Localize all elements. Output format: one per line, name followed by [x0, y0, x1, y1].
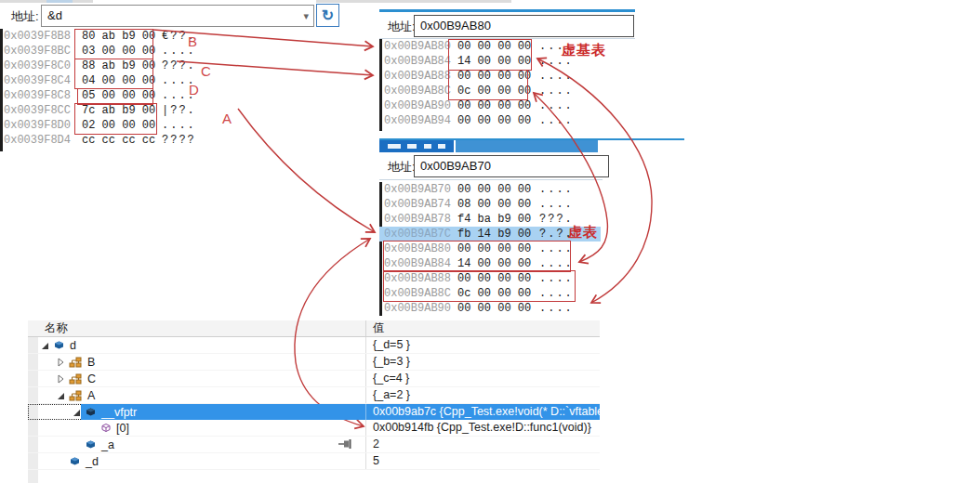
address-input[interactable]: 0x00B9AB70 — [414, 155, 609, 177]
memory-row[interactable]: 0x00B9AB7000 00 00 00.... — [379, 182, 601, 197]
watch-row[interactable]: d{_d=5 } — [28, 337, 600, 354]
watch-value: 2 — [365, 437, 600, 452]
memory-bytes: 14 00 00 00 — [457, 256, 531, 271]
memory-ascii: .... — [162, 88, 196, 103]
column-header-name: 名称 — [45, 320, 68, 336]
memory-row[interactable]: 0x0039F8C805 00 00 00.... — [0, 88, 346, 103]
watch-row[interactable]: A{_a=2 } — [28, 387, 600, 404]
memory-row[interactable]: 0x00B9AB8800 00 00 00.... — [379, 69, 635, 84]
watch-row[interactable]: C{_c=4 } — [28, 371, 600, 387]
memory-row[interactable]: 0x00B9AB7Cfb 14 b9 00?.?. — [379, 227, 601, 242]
memory-row[interactable]: 0x00B9AB78f4 ba b9 00???. — [379, 212, 601, 227]
address-input[interactable]: 0x00B9AB80 — [414, 15, 634, 37]
watch-row[interactable]: _d5 — [28, 453, 600, 470]
watch-rows-panel: d{_d=5 }B{_b=3 }C{_c=4 }A{_a=2 }__vfptr0… — [28, 337, 600, 470]
memory-ascii: .... — [539, 197, 574, 212]
watch-name: A — [87, 389, 95, 402]
field-icon-dark — [85, 407, 97, 417]
watch-name: _a — [101, 438, 114, 451]
memory-bytes: fb 14 b9 00 — [457, 227, 531, 242]
memory-bytes: 88 ab b9 00 — [82, 59, 155, 73]
memory-row[interactable]: 0x00B9AB8C0c 00 00 00.... — [379, 84, 635, 98]
memory-bytes: 00 00 00 00 — [457, 113, 531, 128]
divider — [379, 179, 603, 180]
expander-expanded-icon[interactable] — [73, 408, 85, 417]
memory-bytes: 00 00 00 00 — [457, 98, 531, 113]
watch-row[interactable]: _a2 — [28, 437, 600, 453]
watch-name-cell: B — [28, 354, 394, 370]
class-icon — [69, 390, 83, 401]
memory-address: 0x00B9AB8C — [384, 84, 451, 98]
address-combobox[interactable]: &d ▾ — [41, 5, 314, 27]
watch-name: __vfptr — [101, 406, 137, 419]
memory-bytes: 00 00 00 00 — [457, 271, 531, 286]
memory-ascii: .... — [162, 118, 196, 133]
address-label: 地址: — [388, 159, 416, 176]
memory-row[interactable]: 0x00B9AB8000 00 00 00.... — [379, 242, 601, 256]
watch-window: 名称 值 d{_d=5 }B{_b=3 }C{_c=4 }A{_a=2 }__v… — [28, 320, 600, 483]
address-label: 地址: — [11, 8, 39, 25]
memory-ascii: ???? — [162, 133, 196, 148]
memory-row[interactable]: 0x00B9AB8414 00 00 00.... — [379, 54, 635, 69]
memory-address: 0x0039F8B8 — [4, 29, 71, 44]
memory-bytes: 0c 00 00 00 — [457, 286, 531, 301]
memory-ascii: .... — [539, 182, 574, 197]
memory-address: 0x00B9AB78 — [384, 212, 451, 227]
memory-ascii: ???. — [539, 212, 574, 227]
memory-row[interactable]: 0x00B9AB7408 00 00 00.... — [379, 197, 601, 212]
tab-glyph-fragment — [388, 144, 401, 149]
memory-tab-secondary[interactable] — [456, 140, 598, 152]
memory-bytes: f4 ba b9 00 — [457, 212, 531, 227]
memory-row[interactable]: 0x0039F8C088 ab b9 00???. — [0, 59, 346, 73]
memory-ascii: ???. — [162, 59, 196, 73]
expander-expanded-icon[interactable] — [57, 391, 69, 400]
memory-row[interactable]: 0x0039F8CC7c ab b9 00|??. — [0, 103, 346, 118]
address-combobox-value: &d — [47, 8, 62, 22]
class-icon — [69, 357, 83, 368]
memory-row[interactable]: 0x00B9AB9000 00 00 00.... — [379, 98, 635, 113]
memory-row[interactable]: 0x0039F8B880 ab b9 00€??. — [0, 29, 346, 44]
memory-row[interactable]: 0x00B9AB8000 00 00 00.... — [379, 39, 635, 54]
watch-value: {_c=4 } — [365, 371, 600, 386]
memory-address: 0x00B9AB90 — [384, 98, 451, 113]
address-label: 地址: — [388, 19, 416, 35]
memory-bytes: 00 00 00 00 — [457, 182, 531, 197]
tab-glyph-fragment — [438, 144, 445, 149]
expander-collapsed-icon[interactable] — [57, 374, 69, 384]
memory-bytes: 08 00 00 00 — [457, 197, 531, 212]
memory-ascii: |??. — [162, 103, 196, 118]
memory-ascii: .... — [539, 286, 574, 301]
memory-row[interactable]: 0x00B9AB8C0c 00 00 00.... — [379, 286, 601, 301]
memory-bytes: 0c 00 00 00 — [457, 84, 531, 98]
watch-row[interactable]: B{_b=3 } — [28, 354, 600, 371]
memory-bytes: 04 00 00 00 — [82, 73, 155, 88]
refresh-button[interactable]: ↻ — [316, 4, 339, 27]
watch-name: [0] — [116, 422, 129, 435]
expander-collapsed-icon[interactable] — [57, 358, 69, 367]
memory-row[interactable]: 0x0039F8D4cc cc cc cc???? — [0, 133, 346, 148]
watch-row[interactable]: __vfptr0x00b9ab7c {Cpp_Test.exe!void(* D… — [28, 404, 600, 420]
window-chrome-fragment — [46, 0, 73, 3]
memory-bytes: 00 00 00 00 — [457, 69, 531, 84]
memory-address: 0x00B9AB90 — [384, 301, 451, 316]
expander-expanded-icon[interactable] — [41, 341, 53, 350]
memory-row[interactable]: 0x00B9AB8414 00 00 00.... — [379, 256, 601, 271]
memory-address: 0x00B9AB94 — [384, 113, 451, 128]
memory-ascii: €??. — [162, 29, 196, 44]
memory-row[interactable]: 0x0039F8BC03 00 00 00.... — [0, 44, 346, 59]
memory-row[interactable]: 0x0039F8D002 00 00 00.... — [0, 118, 346, 133]
memory-row[interactable]: 0x00B9AB9400 00 00 00.... — [379, 113, 635, 128]
watch-header: 名称 值 — [28, 320, 600, 337]
watch-value: {_d=5 } — [365, 337, 600, 353]
pin-icon[interactable] — [338, 439, 353, 449]
memory-row[interactable]: 0x0039F8C404 00 00 00.... — [0, 73, 346, 88]
watch-value: 0x00b9ab7c {Cpp_Test.exe!void(* D::`vfta… — [365, 404, 600, 420]
watch-value: 0x00b914fb {Cpp_Test.exe!D::func1(void)} — [365, 420, 600, 436]
watch-row[interactable]: [0]0x00b914fb {Cpp_Test.exe!D::func1(voi… — [28, 420, 600, 437]
dropdown-arrow-icon[interactable]: ▾ — [303, 6, 309, 26]
memory-ascii: .... — [539, 39, 574, 54]
memory-row[interactable]: 0x00B9AB8800 00 00 00.... — [379, 271, 601, 286]
address-input-value: 0x00B9AB80 — [420, 19, 491, 33]
memory-row[interactable]: 0x00B9AB9000 00 00 00.... — [379, 301, 601, 316]
memory-bytes: 80 ab b9 00 — [82, 29, 155, 44]
